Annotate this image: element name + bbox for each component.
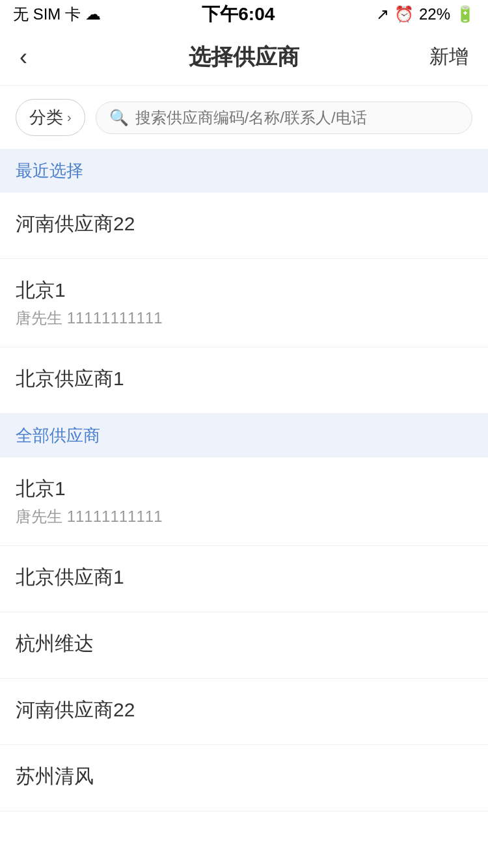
alarm-icon: ⏰ [394,5,414,23]
list-item-name: 北京1 [16,277,472,304]
status-bar: 无 SIM 卡 ☁ 下午6:04 ↗ ⏰ 22% 🔋 [0,0,488,29]
search-input[interactable] [135,109,459,127]
search-icon: 🔍 [109,109,129,127]
filter-row: 分类 › 🔍 [0,86,488,149]
recent-section-header: 最近选择 [0,149,488,193]
signal-text: 无 SIM 卡 ☁ [13,4,101,25]
nav-bar: ‹ 选择供应商 新增 [0,29,488,86]
list-item-name: 北京1 [16,476,472,502]
list-item-name: 北京供应商1 [16,366,472,392]
list-item[interactable]: 河南供应商22 [0,193,488,259]
list-item[interactable]: 北京供应商1 [0,347,488,414]
location-icon: ↗ [376,5,389,23]
page-title: 选择供应商 [189,42,299,72]
chevron-right-icon: › [67,110,72,125]
list-item[interactable]: 北京1唐先生 11111111111 [0,457,488,546]
list-item-name: 杭州维达 [16,631,472,657]
all-section-label: 全部供应商 [16,426,100,445]
all-section-header: 全部供应商 [0,414,488,457]
back-button[interactable]: ‹ [20,44,59,71]
list-item[interactable]: 苏州清风 [0,745,488,811]
search-bar[interactable]: 🔍 [96,102,472,134]
list-item-name: 北京供应商1 [16,564,472,591]
status-time: 下午6:04 [202,2,275,27]
status-left: 无 SIM 卡 ☁ [13,4,101,25]
list-item-sub: 唐先生 11111111111 [16,506,472,527]
status-right: ↗ ⏰ 22% 🔋 [376,5,475,23]
list-item[interactable]: 北京1唐先生 11111111111 [0,259,488,347]
list-item[interactable]: 北京供应商1 [0,546,488,612]
add-button[interactable]: 新增 [429,44,468,70]
list-item-name: 河南供应商22 [16,697,472,724]
list-item-sub: 唐先生 11111111111 [16,308,472,329]
all-items-list: 北京1唐先生 11111111111北京供应商1杭州维达河南供应商22苏州清风 [0,457,488,811]
recent-section-label: 最近选择 [16,161,83,180]
category-label: 分类 [29,106,63,129]
category-filter-button[interactable]: 分类 › [16,99,85,136]
list-item[interactable]: 河南供应商22 [0,679,488,745]
list-item-name: 河南供应商22 [16,211,472,237]
list-item-name: 苏州清风 [16,763,472,790]
list-item[interactable]: 杭州维达 [0,612,488,679]
battery-icon: 🔋 [455,5,475,23]
recent-items-list: 河南供应商22北京1唐先生 11111111111北京供应商1 [0,193,488,414]
battery-text: 22% [419,5,450,23]
